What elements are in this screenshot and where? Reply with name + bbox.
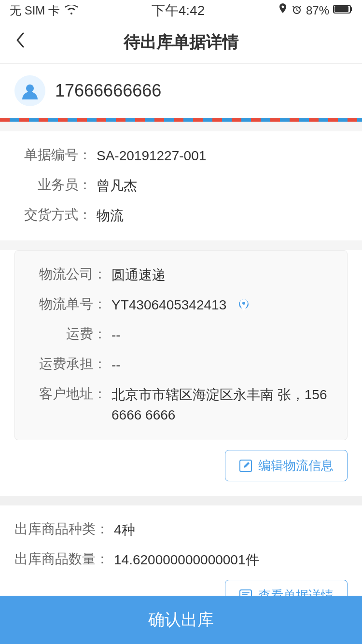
edit-logistics-button[interactable]: 编辑物流信息	[225, 450, 348, 481]
salesperson-value: 曾凡杰	[92, 176, 348, 196]
status-left: 无 SIM 卡	[10, 3, 78, 18]
dashed-divider	[0, 118, 362, 122]
confirm-label: 确认出库	[148, 609, 214, 631]
goods-type-label: 出库商品种类：	[14, 520, 109, 538]
delivery-method-row: 交货方式： 物流	[14, 206, 348, 226]
status-time: 下午4:42	[152, 1, 205, 20]
goods-qty-value: 14.620000000000001件	[109, 550, 348, 570]
back-button[interactable]	[14, 30, 43, 54]
carrier-text: 无 SIM 卡	[10, 3, 60, 18]
tracking-row: 物流单号： YT43064053424​13	[29, 295, 333, 315]
freight-value: --	[107, 325, 333, 345]
location-status-icon	[278, 3, 288, 18]
freight-bearer-row: 运费承担： --	[29, 355, 333, 375]
battery-icon	[333, 4, 352, 17]
freight-bearer-value: --	[107, 355, 333, 375]
alarm-icon	[292, 4, 302, 17]
salesperson-row: 业务员： 曾凡杰	[14, 176, 348, 196]
edit-logistics-label: 编辑物流信息	[258, 457, 334, 474]
freight-bearer-label: 运费承担：	[29, 355, 107, 373]
svg-rect-2	[350, 7, 352, 11]
goods-type-value: 4种	[109, 520, 348, 540]
svg-rect-3	[334, 6, 348, 12]
delivery-method-value: 物流	[92, 206, 348, 226]
goods-type-row: 出库商品种类： 4种	[14, 520, 348, 540]
address-row: 客户地址： 北京市市辖区海淀区永丰南 张，156 6666 6666	[29, 385, 333, 425]
logistics-company-row: 物流公司： 圆通速递	[29, 265, 333, 285]
confirm-button[interactable]: 确认出库	[0, 596, 362, 644]
nav-bar: 待出库单据详情	[0, 21, 362, 64]
freight-row: 运费： --	[29, 325, 333, 345]
wifi-icon	[65, 4, 78, 17]
freight-label: 运费：	[29, 325, 107, 343]
goods-qty-row: 出库商品数量： 14.620000000000001件	[14, 550, 348, 570]
customer-header: 17666666666	[0, 64, 362, 118]
edit-logistics-section: 编辑物流信息	[14, 450, 348, 481]
basic-info-section: 单据编号： SA-20191227-001 业务员： 曾凡杰 交货方式： 物流	[0, 131, 362, 240]
status-bar: 无 SIM 卡 下午4:42	[0, 0, 362, 21]
page-title: 待出库单据详情	[124, 31, 238, 54]
logistics-card: 物流公司： 圆通速递 物流单号： YT43064053424​13	[14, 250, 348, 440]
battery-text: 87%	[306, 4, 329, 17]
svg-point-4	[26, 84, 34, 92]
document-number-row: 单据编号： SA-20191227-001	[14, 146, 348, 166]
customer-avatar	[14, 75, 45, 106]
salesperson-label: 业务员：	[14, 176, 92, 194]
tracking-value: YT43064053424​13	[107, 295, 333, 315]
customer-phone: 17666666666	[55, 81, 161, 101]
section-separator	[0, 496, 362, 505]
delivery-method-label: 交货方式：	[14, 206, 92, 224]
logistics-company-value: 圆通速递	[107, 265, 333, 285]
tracking-number: YT43064053424​13	[111, 295, 226, 315]
address-label: 客户地址：	[29, 385, 107, 403]
goods-qty-label: 出库商品数量：	[14, 550, 109, 568]
tracking-location-icon[interactable]	[234, 295, 253, 315]
logistics-company-label: 物流公司：	[29, 265, 107, 283]
status-right: 87%	[278, 3, 352, 18]
address-value: 北京市市辖区海淀区永丰南 张，156 6666 6666	[107, 385, 333, 425]
tracking-label: 物流单号：	[29, 295, 107, 313]
logistics-section: 物流公司： 圆通速递 物流单号： YT43064053424​13	[0, 250, 362, 496]
document-number-label: 单据编号：	[14, 146, 92, 164]
document-number-value: SA-20191227-001	[92, 146, 348, 166]
